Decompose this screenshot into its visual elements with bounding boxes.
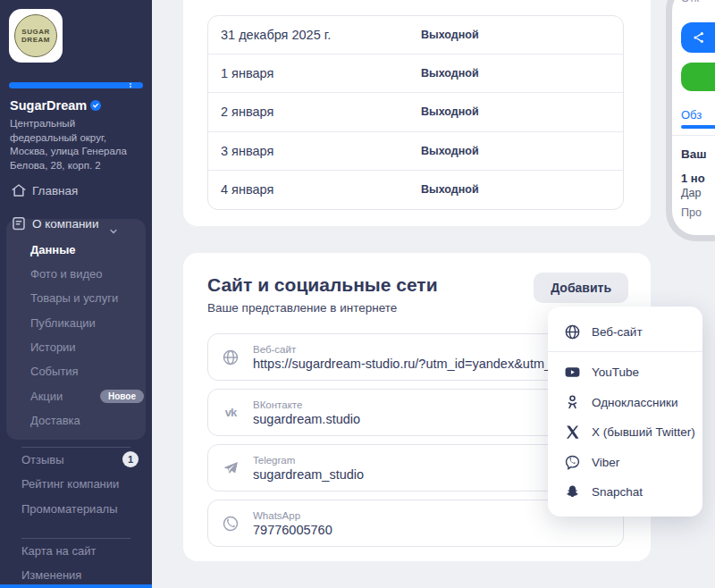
field-value: https://sugardream-studio.ru/?utm_id=yan… [253, 357, 598, 371]
chevron-down-icon [108, 226, 119, 237]
profile-progress-bar [9, 82, 143, 88]
about-group-panel [6, 219, 146, 440]
odnoklassniki-icon [564, 394, 581, 411]
logo-text-line1: SUGAR [21, 28, 49, 36]
schedule-date: 1 января [221, 66, 273, 80]
menu-item-label: X (бывший Twitter) [592, 425, 695, 439]
tab-overview[interactable]: Обз [681, 108, 702, 122]
sidebar-item-label: Акции [30, 390, 63, 403]
section-subtitle: Ваше представление в интернете [207, 301, 397, 315]
sidebar-item-label: Данные [30, 243, 76, 256]
company-address: Центральный федеральный округ, Москва, у… [10, 117, 144, 172]
field-value: sugardream_studio [253, 467, 364, 482]
menu-item-website[interactable]: Веб-сайт [548, 315, 702, 348]
menu-item-viber[interactable]: Viber [548, 448, 702, 478]
sidebar-item-label: Товары и услуги [30, 291, 118, 305]
sidebar-item-label: Фото и видео [30, 267, 103, 281]
sidebar-divider [21, 447, 130, 448]
schedule-status: Выходной [421, 145, 479, 157]
page-title: Сайт и социальные сети [207, 274, 438, 296]
menu-item-label: Одноклассники [592, 396, 677, 409]
table-row[interactable]: 3 января Выходной [208, 132, 623, 171]
sidebar: SUGAR DREAM SugarDream Центральный федер… [0, 0, 152, 588]
telegram-icon [208, 459, 253, 477]
sidebar-item-label: Отзывы [21, 453, 64, 466]
sidebar-item-label: Изменения [21, 568, 81, 582]
field-label: Веб-сайт [253, 344, 598, 355]
table-row[interactable]: 31 декабря 2025 г. Выходной [208, 16, 623, 55]
schedule-status: Выходной [421, 105, 479, 118]
field-label: ВКонтакте [253, 399, 360, 410]
preview-route-button[interactable] [681, 22, 715, 53]
menu-item-label: YouTube [592, 365, 639, 379]
sidebar-item-label: Публикации [30, 316, 96, 330]
menu-divider [548, 351, 702, 352]
schedule-card: 31 декабря 2025 г. Выходной 1 января Вых… [183, 0, 651, 226]
menu-item-x-twitter[interactable]: X (бывший Twitter) [548, 417, 702, 448]
table-row[interactable]: 1 января Выходной [208, 55, 623, 93]
field-value: sugardream.studio [253, 412, 360, 426]
share-route-icon [692, 30, 706, 45]
add-button[interactable]: Добавить [534, 273, 628, 303]
logo-badge: SUGAR DREAM [14, 14, 57, 57]
preview-heading: Ваш [681, 147, 707, 161]
new-badge: Новое [100, 390, 144, 403]
count-badge: 1 [122, 451, 139, 467]
sidebar-group-label: О компании [32, 217, 98, 231]
menu-item-label: Snapchat [592, 485, 643, 499]
verified-icon [90, 100, 101, 111]
table-row[interactable]: 4 января Выходной [208, 171, 623, 209]
field-value: 79776005760 [253, 523, 332, 537]
sidebar-item-label: Промоматериалы [21, 502, 118, 516]
preview-date: 1 но [681, 172, 705, 185]
menu-item-odnoklassniki[interactable]: Одноклассники [548, 388, 702, 418]
schedule-date: 3 января [221, 144, 273, 158]
document-icon [11, 215, 27, 231]
logo-text-line2: DREAM [21, 36, 50, 44]
sidebar-item-label: Рейтинг компании [21, 477, 119, 491]
sidebar-item-label: Доставка [30, 414, 80, 427]
progress-marker-icon [130, 83, 131, 88]
menu-item-label: Веб-сайт [592, 325, 643, 339]
field-label: WhatsApp [253, 510, 332, 521]
tab-active-indicator [681, 125, 715, 129]
preview-top-text: Отк [681, 0, 699, 4]
globe-icon [208, 349, 253, 366]
snapchat-icon [564, 483, 581, 500]
schedule-date: 2 января [221, 105, 273, 119]
schedule-status: Выходной [421, 67, 479, 80]
x-twitter-icon [564, 424, 581, 441]
vk-icon: vk [208, 406, 253, 419]
schedule-date: 31 декабря 2025 г. [221, 28, 331, 42]
menu-item-youtube[interactable]: YouTube [548, 357, 702, 388]
whatsapp-icon [208, 515, 253, 533]
sidebar-item-label: Карта на сайт [21, 544, 96, 558]
sidebar-item-label: Истории [30, 340, 76, 354]
company-logo[interactable]: SUGAR DREAM [9, 9, 63, 63]
sidebar-bottom-progress [0, 584, 152, 588]
sidebar-item-label: События [30, 365, 79, 378]
add-social-dropdown: Веб-сайт YouTube Одноклассники X (бывший… [548, 307, 702, 517]
schedule-status: Выходной [421, 183, 479, 196]
menu-item-snapchat[interactable]: Snapchat [548, 477, 702, 508]
field-label: Telegram [253, 455, 364, 466]
globe-icon [564, 323, 581, 340]
sidebar-item-label: Главная [32, 184, 78, 197]
sidebar-divider [21, 538, 130, 539]
preview-text: Дар [681, 187, 701, 199]
preview-divider [672, 135, 715, 136]
table-row[interactable]: 2 января Выходной [208, 93, 623, 131]
company-name: SugarDream [10, 98, 87, 113]
schedule-status: Выходной [421, 29, 479, 41]
holiday-schedule-table: 31 декабря 2025 г. Выходной 1 января Вых… [207, 15, 624, 210]
youtube-icon [564, 364, 581, 381]
preview-action-button[interactable] [681, 63, 715, 91]
viber-icon [564, 454, 581, 471]
menu-item-label: Viber [592, 456, 619, 469]
schedule-date: 4 января [221, 182, 273, 197]
preview-text: Про [681, 206, 702, 219]
home-icon [11, 182, 27, 198]
profile-preview-phone: Отк Обз Ваш 1 но Дар Про [666, 0, 715, 241]
